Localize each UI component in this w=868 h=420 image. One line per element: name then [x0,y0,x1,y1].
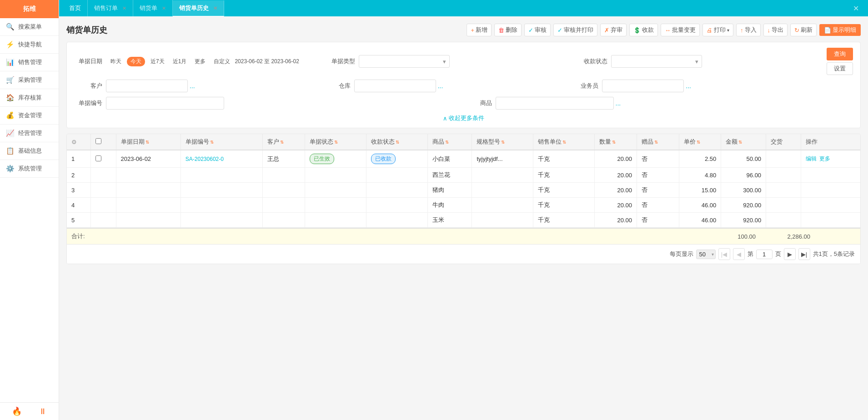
cell-unit-price: 46.00 [679,198,721,213]
collect-button[interactable]: 💲 收款 [629,24,658,36]
tab-home[interactable]: 首页 [63,0,88,16]
warehouse-input[interactable] [354,80,436,92]
sidebar-item-basic-info[interactable]: 📋 基础信息 [0,142,59,160]
sidebar-pause-btn[interactable]: ⏸ [39,407,47,416]
doc-no-link[interactable]: SA-20230602-0 [186,156,224,162]
unit-sort-icon[interactable]: ⇅ [562,140,566,145]
cell-unit: 千克 [533,198,595,213]
tab-sales-delivery-close[interactable]: ✕ [162,5,166,11]
type-select[interactable] [359,55,450,68]
customer-sort-icon[interactable]: ⇅ [280,140,284,145]
cell-docno [181,213,263,228]
unit-price-sort-icon[interactable]: ⇅ [697,140,700,145]
sidebar-item-label: 快捷导航 [18,40,42,49]
add-button[interactable]: + 新增 [467,24,492,36]
action-link[interactable]: 编辑 [806,155,817,162]
date-quick-buttons: 昨天 今天 近7天 近1月 更多 自定义 [108,57,233,66]
tab-sales-order-close[interactable]: ✕ [122,5,126,11]
date-custom-btn[interactable]: 自定义 [211,57,233,66]
cell-check[interactable] [91,213,116,228]
docno-input[interactable] [106,97,224,110]
cell-actions [801,168,860,183]
docno-sort-icon[interactable]: ⇅ [210,140,214,145]
sidebar-item-operation[interactable]: 📈 经营管理 [0,125,59,142]
collapse-button[interactable]: ∧ 收起更多条件 [443,114,484,122]
page-number-input[interactable] [756,250,773,259]
customer-input[interactable] [106,80,188,92]
cell-gift: 否 [637,183,679,198]
action-link[interactable]: 更多 [819,155,830,162]
filter-customer-group: 客户 ... [74,80,311,92]
goods-sort-icon[interactable]: ⇅ [445,140,449,145]
tab-sales-order[interactable]: 销售订单 ✕ [88,0,133,16]
setting-button[interactable]: 设置 [827,62,853,75]
qty-sort-icon[interactable]: ⇅ [612,140,616,145]
th-gear[interactable]: ⚙ [67,134,91,150]
spec-sort-icon[interactable]: ⇅ [501,140,505,145]
select-all-checkbox[interactable] [95,138,101,144]
date-1month-btn[interactable]: 近1月 [170,57,190,66]
cell-check[interactable] [91,183,116,198]
th-spec: 规格型号⇅ [472,134,533,150]
goods-dots-btn[interactable]: ... [616,100,621,107]
date-yesterday-btn[interactable]: 昨天 [108,57,124,66]
first-page-btn[interactable]: |◀ [718,248,730,260]
staff-input[interactable] [602,80,684,92]
page-label: 第 [748,250,753,258]
doc-status-sort-icon[interactable]: ⇅ [334,140,338,145]
sidebar-item-inventory[interactable]: 🏠 库存核算 [0,89,59,107]
date-sort-icon[interactable]: ⇅ [146,140,149,145]
sidebar-item-finance[interactable]: 💰 资金管理 [0,107,59,125]
refresh-button[interactable]: ↻ 刷新 [790,24,817,36]
customer-dots-btn[interactable]: ... [190,82,195,90]
cell-check[interactable] [91,150,116,168]
sidebar-fire-btn[interactable]: 🔥 [12,406,22,416]
date-today-btn[interactable]: 今天 [127,57,145,66]
cell-check[interactable] [91,168,116,183]
prev-page-btn[interactable]: ◀ [733,248,745,260]
row-checkbox[interactable] [95,155,101,161]
audit-button[interactable]: ✓ 审核 [524,24,551,36]
import-button[interactable]: ↑ 导入 [736,24,761,36]
last-page-btn[interactable]: ▶| [798,248,810,260]
audit-print-button[interactable]: ✓ 审核并打印 [553,24,597,36]
per-page-select[interactable]: 50 [696,250,716,259]
collect-status-sort-icon[interactable]: ⇅ [396,140,399,145]
date-7days-btn[interactable]: 近7天 [148,57,167,66]
tab-sales-delivery[interactable]: 销货单 ✕ [133,0,173,16]
show-detail-button[interactable]: 📄 显示明细 [819,24,861,36]
tab-sales-history-close[interactable]: ✕ [213,5,217,11]
batch-change-button[interactable]: ↔ 批量变更 [661,24,700,36]
print-button[interactable]: 🖨 打印 ▾ [702,24,733,36]
delete-button[interactable]: 🗑 删除 [494,24,522,36]
close-all-tabs-btn[interactable]: ✕ [848,4,864,13]
sidebar-item-quick-nav[interactable]: ⚡ 快捷导航 [0,36,59,54]
query-button[interactable]: 查询 [827,48,853,60]
gift-sort-icon[interactable]: ⇅ [654,140,658,145]
tab-sales-history[interactable]: 销货单历史 ✕ [173,0,224,17]
warehouse-dots-btn[interactable]: ... [438,82,443,90]
th-qty-label: 数量 [599,138,611,145]
goods-input[interactable] [496,97,614,110]
cell-collect-status [366,183,428,198]
sidebar-item-search-menu[interactable]: 🔍 搜索菜单 [0,18,59,36]
cell-unit-price: 15.00 [679,183,721,198]
cell-amount: 920.00 [721,213,766,228]
sidebar-item-purchase-mgmt[interactable]: 🛒 采购管理 [0,71,59,89]
total-qty: 100.00 [719,233,756,240]
cell-check[interactable] [91,198,116,213]
abandon-button[interactable]: ✗ 弃审 [600,24,627,36]
next-page-btn[interactable]: ▶ [784,248,796,260]
th-check[interactable] [91,134,116,150]
cell-qty: 20.00 [595,198,637,213]
cell-actions [801,213,860,228]
sidebar-item-sales-mgmt[interactable]: 📊 销售管理 [0,54,59,71]
th-goods-label: 商品 [432,138,444,145]
sidebar-item-system-mgmt[interactable]: ⚙️ 系统管理 [0,160,59,178]
status-select[interactable] [611,55,702,68]
page-header: 销货单历史 + 新增 🗑 删除 ✓ 审核 ✓ 审核并打印 [66,24,861,36]
amount-sort-icon[interactable]: ⇅ [738,140,742,145]
staff-dots-btn[interactable]: ... [686,82,691,90]
export-button[interactable]: ↓ 导出 [763,24,788,36]
date-more-btn[interactable]: 更多 [192,57,208,66]
